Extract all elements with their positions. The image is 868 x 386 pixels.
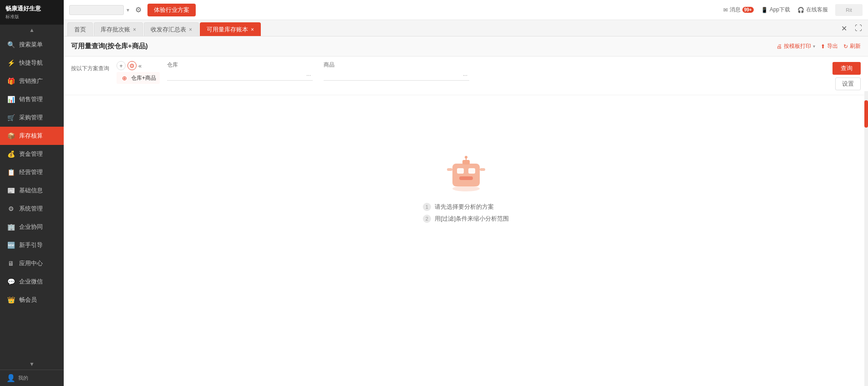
sidebar-label-sales: 销售管理 xyxy=(19,95,43,103)
page-title-bar: 可用量查询(按仓库+商品) 🖨 按模板打印 ▾ ⬆ 导出 ↻ 刷新 xyxy=(64,36,868,57)
sidebar-footer[interactable]: 👤 我的 xyxy=(0,370,64,386)
export-btn[interactable]: ⬆ 导出 xyxy=(821,42,838,50)
sidebar-label-marketing: 营销推广 xyxy=(19,77,43,85)
sidebar-item-operations[interactable]: 📋 经营管理 xyxy=(0,163,64,181)
tab-batch-ledger[interactable]: 库存批次账 × xyxy=(94,22,143,36)
tip-text-1: 请先选择要分析的方案 xyxy=(435,203,494,211)
tab-available-ledger-close[interactable]: × xyxy=(251,27,254,32)
right-scrollbar[interactable] xyxy=(864,91,868,386)
tab-close-btn[interactable]: ✕ xyxy=(838,22,850,34)
print-chevron-icon: ▾ xyxy=(813,44,815,49)
sidebar-item-enterprise[interactable]: 🏢 企业协同 xyxy=(0,218,64,236)
app-edition: 标准版 xyxy=(5,14,19,20)
sidebar-item-system[interactable]: ⚙ 系统管理 xyxy=(0,200,64,218)
app-name: 畅康通好生意 xyxy=(5,5,41,13)
product-more-btn[interactable]: ··· xyxy=(461,72,469,78)
sidebar-label-enterprise: 企业协同 xyxy=(19,223,43,231)
warehouse-more-btn[interactable]: ··· xyxy=(305,72,313,78)
empty-tip-2: 2 用[过滤]条件来缩小分析范围 xyxy=(423,215,509,223)
settings-btn[interactable]: 设置 xyxy=(835,77,861,90)
tab-available-ledger[interactable]: 可用量库存账本 × xyxy=(200,22,261,36)
sidebar-scroll-down[interactable]: ▼ xyxy=(0,359,64,370)
tab-inventory-summary-close[interactable]: × xyxy=(189,27,192,32)
tab-home-label: 首页 xyxy=(74,26,86,34)
onboarding-icon: 🆕 xyxy=(6,241,15,250)
sidebar-item-onboarding[interactable]: 🆕 新手引导 xyxy=(0,236,64,254)
sidebar-item-inventory[interactable]: 📦 库存核算 xyxy=(0,127,64,145)
sidebar-item-finance[interactable]: 💰 资金管理 xyxy=(0,145,64,163)
filter-action-btns: 查询 设置 xyxy=(832,61,861,90)
svg-point-6 xyxy=(465,156,467,159)
sidebar-label-quick-nav: 快捷导航 xyxy=(19,59,43,67)
sidebar-header: 畅康通好生意 标准版 xyxy=(0,0,64,25)
sidebar-item-quick-nav[interactable]: ⚡ 快捷导航 xyxy=(0,54,64,72)
online-service-item[interactable]: 🎧 在线客服 xyxy=(797,6,828,14)
tab-batch-ledger-label: 库存批次账 xyxy=(101,26,130,34)
sidebar-item-sales[interactable]: 📊 销售管理 xyxy=(0,90,64,108)
scheme-icon: ⊕ xyxy=(120,74,128,82)
tab-batch-ledger-close[interactable]: × xyxy=(133,27,136,32)
breadcrumb-input[interactable] xyxy=(69,5,124,15)
basic-info-icon: 📰 xyxy=(6,186,15,195)
filter-area: 按以下方案查询 + ⚙ « ⊕ 仓库+商品 仓库 xyxy=(64,57,868,95)
member-icon: 👑 xyxy=(6,295,15,304)
app-download-item[interactable]: 📱 App下载 xyxy=(761,6,790,14)
sidebar-item-purchase[interactable]: 🛒 采购管理 xyxy=(0,108,64,127)
sidebar-item-member[interactable]: 👑 畅会员 xyxy=(0,291,64,309)
user-avatar[interactable]: Rit xyxy=(835,4,863,16)
header-chevron-icon[interactable]: ▾ xyxy=(127,7,129,13)
purchase-icon: 🛒 xyxy=(6,113,15,122)
header-gear-icon[interactable]: ⚙ xyxy=(132,4,145,16)
marketing-icon: 🎁 xyxy=(6,77,15,86)
refresh-label: 刷新 xyxy=(850,42,861,50)
sidebar-item-marketing[interactable]: 🎁 营销推广 xyxy=(0,72,64,90)
refresh-icon: ↻ xyxy=(843,43,848,50)
sidebar-label-finance: 资金管理 xyxy=(19,150,43,158)
sidebar-label-operations: 经营管理 xyxy=(19,168,43,176)
svg-rect-4 xyxy=(462,160,470,165)
export-icon: ⬆ xyxy=(821,43,825,50)
tip-num-2: 2 xyxy=(423,215,431,223)
svg-rect-0 xyxy=(452,164,480,186)
sidebar-nav: 🔍 搜索菜单 ⚡ 快捷导航 🎁 营销推广 📊 销售管理 🛒 采购管理 📦 库存核… xyxy=(0,36,64,359)
filter-product-field: 商品 ··· xyxy=(324,61,469,81)
tab-expand-btn[interactable]: ⛶ xyxy=(853,22,864,34)
warehouse-label: 仓库 xyxy=(167,61,313,69)
tab-inventory-summary[interactable]: 收发存汇总表 × xyxy=(144,22,199,36)
scrollbar-thumb[interactable] xyxy=(864,100,868,128)
sidebar: 畅康通好生意 标准版 ▲ 🔍 搜索菜单 ⚡ 快捷导航 🎁 营销推广 📊 销售管理… xyxy=(0,0,64,386)
scheme-settings-btn[interactable]: ⚙ xyxy=(127,61,137,70)
industry-btn[interactable]: 体验行业方案 xyxy=(147,4,196,16)
add-scheme-btn[interactable]: + xyxy=(117,61,126,70)
sidebar-label-member: 畅会员 xyxy=(19,296,37,304)
sidebar-label-onboarding: 新手引导 xyxy=(19,241,43,249)
product-input[interactable] xyxy=(324,72,459,78)
sidebar-item-basic-info[interactable]: 📰 基础信息 xyxy=(0,181,64,200)
page-content: 可用量查询(按仓库+商品) 🖨 按模板打印 ▾ ⬆ 导出 ↻ 刷新 按以下方案 xyxy=(64,36,868,386)
refresh-btn[interactable]: ↻ 刷新 xyxy=(843,42,861,50)
page-title-actions: 🖨 按模板打印 ▾ ⬆ 导出 ↻ 刷新 xyxy=(777,42,861,50)
message-label: 消息 xyxy=(730,6,741,14)
product-input-wrapper: ··· xyxy=(324,70,469,81)
scheme-actions: + ⚙ « xyxy=(117,61,142,70)
sidebar-item-search[interactable]: 🔍 搜索菜单 xyxy=(0,36,64,54)
collapse-btn[interactable]: « xyxy=(138,62,142,69)
query-btn[interactable]: 查询 xyxy=(832,62,861,75)
empty-tip-1: 1 请先选择要分析的方案 xyxy=(423,203,509,211)
sidebar-item-wechat[interactable]: 💬 企业微信 xyxy=(0,273,64,291)
filter-scheme-header: + ⚙ « xyxy=(117,61,160,70)
warehouse-input[interactable] xyxy=(167,72,303,78)
sidebar-label-app-center: 应用中心 xyxy=(19,259,43,268)
app-download-label: App下载 xyxy=(770,6,790,14)
scheme-item[interactable]: ⊕ 仓库+商品 xyxy=(117,72,160,84)
message-item[interactable]: ✉ 消息 99+ xyxy=(723,6,754,14)
print-label: 按模板打印 xyxy=(784,42,811,50)
empty-robot-illustration xyxy=(443,150,489,196)
sidebar-item-app-center[interactable]: 🖥 应用中心 xyxy=(0,254,64,273)
sidebar-scroll-up[interactable]: ▲ xyxy=(0,25,64,36)
tab-home[interactable]: 首页 xyxy=(67,22,93,36)
sidebar-label-wechat: 企业微信 xyxy=(19,278,43,286)
tip-num-1: 1 xyxy=(423,203,431,211)
app-center-icon: 🖥 xyxy=(6,259,15,268)
print-btn[interactable]: 🖨 按模板打印 ▾ xyxy=(777,42,815,50)
